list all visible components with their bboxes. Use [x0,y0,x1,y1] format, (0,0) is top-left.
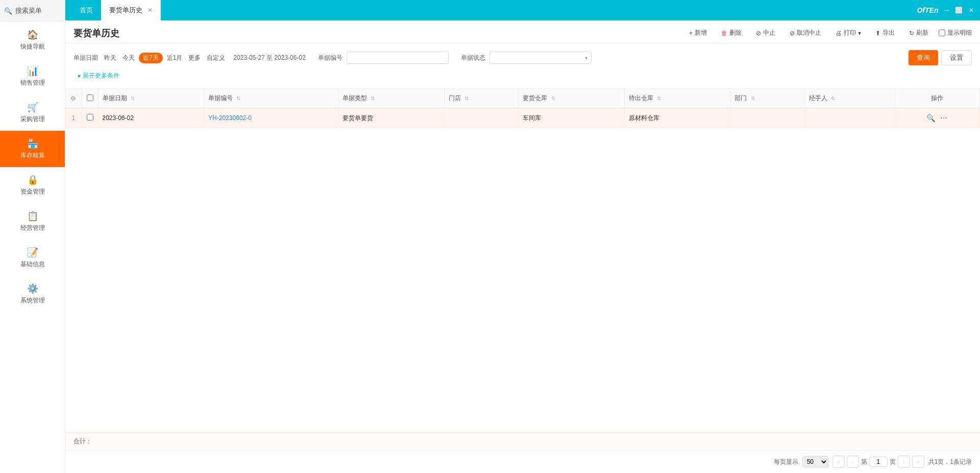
table-area: ⚙ 单据日期 ⇅ 单据编号 ⇅ [65,89,980,433]
first-page-btn[interactable]: « [832,456,845,468]
sidebar-item-label: 库存核算 [20,151,45,160]
settings-btn[interactable]: 设置 [941,50,972,65]
sidebar-search[interactable]: 🔍 搜索菜单 [0,0,65,22]
cancel-stop-icon: ⊘ [790,30,795,37]
col-checkbox [82,89,98,108]
refresh-btn[interactable]: ↻ 刷新 [905,27,933,39]
col-doc-date[interactable]: 单据日期 ⇅ [98,89,204,108]
doc-no-input[interactable] [347,52,449,64]
col-doc-type[interactable]: 单据类型 ⇅ [338,89,445,108]
show-detail-check[interactable] [939,30,945,36]
row-doc-date: 2023-06-02 [98,108,204,128]
doc-no-label: 单据编号 [318,54,342,62]
refresh-btn-label: 刷新 [916,29,928,37]
date-filter-label: 单据日期 [74,54,98,62]
close-btn[interactable]: ✕ [969,7,974,14]
row-store [444,108,519,128]
sidebar-item-finance[interactable]: 🔒 资金管理 [0,167,65,203]
last-page-btn[interactable]: » [912,456,924,468]
col-req-warehouse[interactable]: 要货仓库 ⇅ [519,89,625,108]
col-handler[interactable]: 经手人 ⇅ [805,89,895,108]
print-btn[interactable]: 🖨 打印 ▾ [831,27,865,39]
select-all-checkbox[interactable] [87,94,93,101]
search-btn[interactable]: 查询 [909,50,938,65]
sales-icon: 📊 [27,65,38,77]
cancel-stop-btn[interactable]: ⊘ 取消中止 [786,27,825,39]
stop-btn[interactable]: ⊘ 中止 [752,27,779,39]
row-index: 1 [65,108,82,128]
tab-home[interactable]: 首页 [71,0,101,20]
cancel-stop-btn-label: 取消中止 [797,29,821,37]
page-header: 要货单历史 + 新增 🗑 删除 ⊘ 中止 ⊘ [65,20,980,44]
col-dept[interactable]: 部门 ⇅ [730,89,805,108]
sidebar-item-sales-mgmt[interactable]: 📊 销售管理 [0,58,65,94]
sort-dept-icon: ⇅ [751,96,755,101]
sidebar-item-basic-info[interactable]: 📝 基础信息 [0,240,65,276]
doc-status-select-wrapper [489,52,592,64]
export-icon: ⬆ [875,30,880,37]
home-icon: 🏠 [27,29,38,40]
custom-btn[interactable]: 自定义 [205,53,227,63]
sidebar-item-label: 快捷导航 [20,42,45,51]
print-dropdown-icon: ▾ [858,30,861,37]
page-size-select[interactable]: 50 20 100 [802,456,828,467]
sidebar-item-operations[interactable]: 📋 经营管理 [0,203,65,240]
sidebar-item-label: 系统管理 [20,296,45,305]
maximize-btn[interactable]: ⬜ [955,7,963,14]
print-btn-label: 打印 [844,29,856,37]
refresh-icon: ↻ [909,30,914,37]
last1month-btn[interactable]: 近1月 [165,53,185,63]
row-checkbox[interactable] [87,114,93,121]
export-btn[interactable]: ⬆ 导出 [871,27,899,39]
sort-req-warehouse-icon: ⇅ [551,96,555,101]
new-btn[interactable]: + 新增 [685,27,711,39]
date-btns: 昨天 今天 近7天 近1月 更多 自定义 [102,53,227,63]
minimize-btn[interactable]: ─ [944,7,949,14]
doc-status-filter: 单据状态 [461,52,592,64]
row-doc-no[interactable]: YH-20230602-0 [204,108,338,128]
sidebar-item-purchase-mgmt[interactable]: 🛒 采购管理 [0,94,65,131]
next-page-btn[interactable]: › [898,456,910,468]
sidebar-item-quick-nav[interactable]: 🏠 快捷导航 [0,22,65,58]
sidebar-item-system-mgmt[interactable]: ⚙️ 系统管理 [0,276,65,312]
top-bar-right: OfTEn ─ ⬜ ✕ [917,6,974,14]
doc-no-filter: 单据编号 [318,52,449,64]
yesterday-btn[interactable]: 昨天 [102,53,118,63]
total-label: 合计： [74,437,92,446]
row-pending-warehouse: 原材料仓库 [624,108,730,128]
delete-btn[interactable]: 🗑 删除 [717,27,746,39]
tab-requisition-label: 要货单历史 [109,6,142,15]
doc-status-select[interactable] [489,52,592,64]
operations-icon: 📋 [27,210,38,222]
sort-pending-warehouse-icon: ⇅ [657,96,661,101]
tab-home-label: 首页 [80,6,93,15]
system-icon: ⚙️ [27,283,38,294]
doc-no-link[interactable]: YH-20230602-0 [208,114,252,122]
today-btn[interactable]: 今天 [120,53,137,63]
more-btn[interactable]: 更多 [186,53,203,63]
page-input[interactable] [869,457,888,467]
sort-store-icon: ⇅ [464,96,469,101]
col-pending-warehouse[interactable]: 待出仓库 ⇅ [624,89,730,108]
col-settings[interactable]: ⚙ [65,89,82,108]
page-size-label: 每页显示 [774,458,798,466]
sidebar: 🔍 搜索菜单 🏠 快捷导航 📊 销售管理 🛒 采购管理 🏪 库存核算 🔒 资金管… [0,0,65,473]
expand-more-btn[interactable]: ▾ 展开更多条件 [74,69,972,82]
tab-close-icon[interactable]: ✕ [148,7,153,14]
sidebar-search-label: 搜索菜单 [15,6,42,15]
show-detail-label: 显示明细 [947,29,972,37]
sidebar-item-label: 资金管理 [20,187,45,196]
view-detail-icon[interactable]: 🔍 [925,112,937,124]
sidebar-item-label: 经营管理 [20,224,45,232]
col-doc-no[interactable]: 单据编号 ⇅ [204,89,338,108]
last7days-btn[interactable]: 近7天 [139,53,163,63]
total-info: 共1页，1条记录 [928,458,972,466]
sidebar-item-inventory[interactable]: 🏪 库存核算 [0,131,65,167]
col-store[interactable]: 门店 ⇅ [444,89,519,108]
show-detail-checkbox[interactable]: 显示明细 [939,29,972,37]
prev-page-btn[interactable]: ‹ [847,456,859,468]
more-ops-icon[interactable]: ⋯ [938,112,949,124]
page-num-label: 第 [861,458,867,466]
tab-requisition-history[interactable]: 要货单历史 ✕ [101,0,161,20]
expand-icon: ▾ [78,73,81,80]
